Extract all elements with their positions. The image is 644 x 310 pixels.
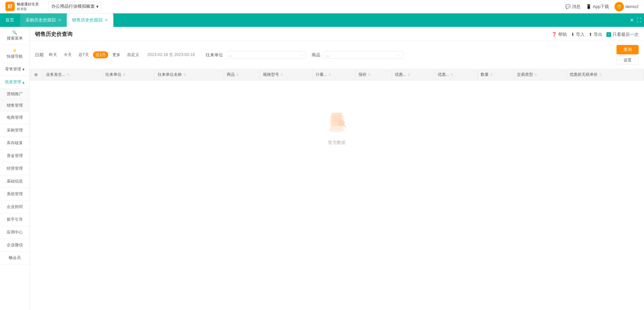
sidebar-wholesale-label: 批发管理: [5, 79, 21, 85]
date-filter-label: 日期: [35, 52, 44, 58]
counterpart-input[interactable]: [229, 53, 300, 57]
tab-purchase-history[interactable]: 采购历史价跟踪 ✕: [20, 13, 67, 27]
counterpart-filter-label: 往来单位: [206, 52, 223, 58]
query-button[interactable]: 查询: [616, 45, 639, 54]
sort-icon-discount1: ⇅: [408, 73, 410, 76]
th-discount2[interactable]: 优惠... ⇅: [435, 69, 478, 81]
sidebar-item-finance-mgmt[interactable]: 资金管理: [0, 150, 29, 162]
sidebar-collab-label: 企业协同: [7, 204, 23, 210]
app-download-button[interactable]: 📱 App下载: [586, 4, 609, 10]
message-button[interactable]: 💬 消息: [565, 4, 581, 10]
setting-button[interactable]: 设置: [616, 56, 639, 65]
th-quantity-label: 数量: [481, 72, 489, 78]
th-spec[interactable]: 规格型号 ⇅: [260, 69, 313, 81]
empty-text: 暂无数据: [328, 140, 345, 146]
th-counterpart-code[interactable]: 往来单位 ⇅: [102, 69, 155, 81]
username-label: demo2: [625, 4, 639, 9]
th-unit[interactable]: 计量... ⇅: [313, 69, 356, 81]
th-quoted-price[interactable]: 报价 ⇅: [356, 69, 392, 81]
sidebar-item-purchase-mgmt[interactable]: 采购管理: [0, 124, 29, 137]
import-button[interactable]: ⬇ 导入: [571, 32, 585, 38]
date-option-1month[interactable]: 近1月: [93, 51, 109, 58]
workspace-selector[interactable]: 办公用品行业模拟账套 ▾: [48, 2, 102, 11]
sidebar-item-sales-mgmt[interactable]: 销售管理: [0, 100, 29, 111]
filter-row-1: 日期 昨天 今天 近7天 近1月 更多 自定义 2023-02-18 至 202…: [35, 51, 404, 59]
help-icon: ❓: [551, 32, 557, 37]
goods-input-wrapper[interactable]: ···: [323, 51, 404, 59]
import-label: 导入: [576, 32, 585, 38]
sidebar-item-member[interactable]: 畅会员: [0, 252, 29, 264]
sort-icon-spec: ⇅: [280, 73, 283, 76]
only-last-label: 只看最后一次: [612, 32, 639, 38]
sidebar-item-enterprise-collab[interactable]: 企业协同: [0, 201, 29, 213]
date-option-7days[interactable]: 近7天: [76, 51, 92, 58]
top-header: 好 畅捷通好生意 标准版 办公用品行业模拟账套 ▾ 💬 消息 📱 App下载 😊…: [0, 0, 644, 13]
sidebar-wechat-label: 企业微信: [7, 242, 23, 248]
tab-bar: 首页 采购历史价跟踪 ✕ 销售历史价跟踪 ✕ ✕ ⛶: [0, 13, 644, 27]
th-pretax-price[interactable]: 优惠前无税单价 ⇅: [567, 69, 644, 81]
sidebar-item-ops-mgmt[interactable]: 经营管理: [0, 162, 29, 175]
sidebar-finance-label: 资金管理: [7, 153, 23, 159]
settings-icon[interactable]: ⚙: [34, 72, 38, 77]
th-discount1[interactable]: 优惠... ⇅: [392, 69, 435, 81]
user-profile-button[interactable]: 😊 demo2: [614, 2, 639, 11]
page-container: 销售历史价查询 ❓ 帮助 ⬇ 导入 ⬆ 导出 ✓: [30, 27, 644, 310]
only-last-checkbox[interactable]: ✓ 只看最后一次: [606, 32, 639, 38]
import-icon: ⬇: [571, 32, 575, 37]
export-button[interactable]: ⬆ 导出: [589, 32, 602, 38]
th-goods[interactable]: 商品 ⇅: [224, 69, 260, 81]
filter-buttons: 查询 设置: [616, 45, 639, 65]
sidebar-item-quick-nav[interactable]: ⚡ 快捷导航: [0, 45, 29, 63]
message-icon: 💬: [565, 4, 571, 9]
sidebar-search-label: 搜索菜单: [7, 36, 23, 41]
counterpart-more-icon[interactable]: ···: [300, 52, 303, 57]
date-options: 昨天 今天 近7天 近1月 更多 自定义: [46, 51, 142, 58]
date-option-yesterday[interactable]: 昨天: [46, 51, 60, 58]
sales-history-tab-label: 销售历史价跟踪: [72, 17, 103, 23]
date-option-today[interactable]: 今天: [61, 51, 74, 58]
goods-more-icon[interactable]: ···: [397, 52, 400, 57]
maximize-icon[interactable]: ⛶: [637, 17, 641, 23]
date-range-text: 2023-02-18 至 2023-03-18: [147, 52, 195, 58]
date-range-display: 2023-02-18 至 2023-03-18: [147, 52, 195, 58]
purchase-history-tab-close[interactable]: ✕: [58, 18, 61, 22]
th-trade-type-label: 交易类型: [517, 72, 533, 78]
sidebar-item-enterprise-wechat[interactable]: 企业微信: [0, 239, 29, 252]
th-trade-type[interactable]: 交易类型 ⇅: [514, 69, 567, 81]
purchase-history-tab-label: 采购历史价跟踪: [25, 17, 56, 23]
workspace-label: 办公用品行业模拟账套: [51, 3, 95, 9]
help-button[interactable]: ❓ 帮助: [551, 32, 567, 38]
sidebar-basic-label: 基础信息: [7, 178, 23, 184]
sort-icon-counterpart-name: ⇅: [183, 73, 186, 76]
logo-text-block: 畅捷通好生意 标准版: [17, 2, 39, 11]
sidebar-item-app-center[interactable]: 应用中心: [0, 226, 29, 239]
close-tab-icon[interactable]: ✕: [630, 17, 634, 23]
goods-input[interactable]: [326, 53, 397, 57]
tab-home[interactable]: 首页: [0, 13, 19, 27]
date-filter-group: 日期 昨天 今天 近7天 近1月 更多 自定义: [35, 51, 142, 58]
empty-state: 暂无数据: [30, 81, 644, 172]
date-option-more[interactable]: 更多: [110, 51, 123, 58]
th-settings[interactable]: ⚙: [30, 69, 43, 81]
sidebar-item-search-menu[interactable]: 🔍 搜索菜单: [0, 27, 29, 45]
th-counterpart-code-label: 往来单位: [105, 72, 121, 78]
sidebar-item-wholesale-mgmt[interactable]: 批发管理 ▴: [0, 76, 29, 89]
sales-history-tab-close[interactable]: ✕: [105, 18, 108, 22]
sidebar-item-inventory-check[interactable]: 库存核算: [0, 137, 29, 150]
th-biz-date[interactable]: 业务发生... ⇅: [43, 69, 102, 81]
sidebar-item-retail-mgmt[interactable]: 零售管理 ▾: [0, 63, 29, 76]
sort-icon-quoted-price: ⇅: [368, 73, 371, 76]
sidebar-item-ecommerce-mgmt[interactable]: 电商管理: [0, 111, 29, 124]
sidebar-item-system-mgmt[interactable]: 系统管理: [0, 188, 29, 201]
sidebar-item-new-guide[interactable]: 新手引导: [0, 213, 29, 226]
sidebar-item-basic-info[interactable]: 基础信息: [0, 175, 29, 188]
top-right: 💬 消息 📱 App下载 😊 demo2: [565, 2, 639, 11]
date-option-custom[interactable]: 自定义: [124, 51, 142, 58]
th-quantity[interactable]: 数量 ⇅: [478, 69, 514, 81]
counterpart-input-wrapper[interactable]: ···: [226, 51, 306, 59]
tab-sales-history[interactable]: 销售历史价跟踪 ✕: [67, 13, 113, 27]
page-title: 销售历史价查询: [35, 31, 72, 38]
sidebar-item-marketing[interactable]: 营销推广: [0, 89, 29, 100]
th-counterpart-name[interactable]: 往来单位名称 ⇅: [155, 69, 224, 81]
table-header: ⚙ 业务发生... ⇅ 往来单位: [30, 69, 644, 81]
